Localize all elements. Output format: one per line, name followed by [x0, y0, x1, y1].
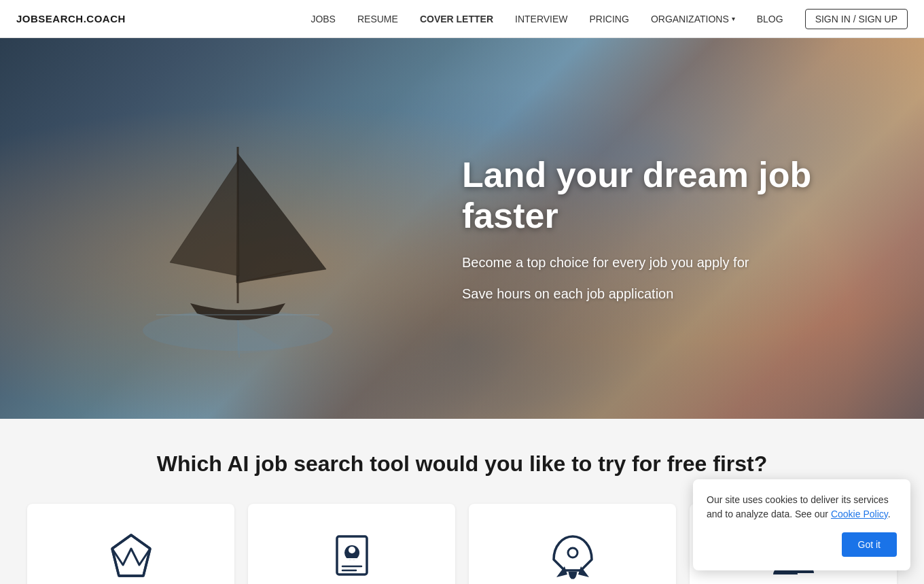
cookie-text: Our site uses cookies to deliver its ser…: [707, 493, 897, 521]
nav-signin[interactable]: SIGN IN / SIGN UP: [805, 9, 908, 29]
cookie-accept-button[interactable]: Got it: [842, 532, 897, 557]
nav-jobs[interactable]: JOBS: [310, 11, 336, 27]
nav-organizations[interactable]: ORGANIZATIONS ▾: [651, 11, 735, 27]
cookie-policy-link[interactable]: Cookie Policy: [831, 509, 888, 519]
tool-card-resume-review[interactable]: Resume review Tailor your resume to the …: [248, 504, 455, 584]
tools-heading: Which AI job search tool would you like …: [27, 451, 897, 477]
tool-card-job-matching[interactable]: Job matching Find your perfect job befor…: [27, 504, 234, 584]
brand-logo[interactable]: JOBSEARCH.COACH: [16, 13, 126, 24]
svg-marker-3: [170, 160, 239, 276]
nav-interview[interactable]: INTERVIEW: [515, 11, 568, 27]
svg-point-12: [349, 547, 355, 553]
nav-blog[interactable]: BLOG: [757, 11, 783, 27]
tool-card-cover-letter[interactable]: Cover letter Save time. Let AI write a p…: [469, 504, 676, 584]
resume-icon: [267, 531, 436, 584]
hero-subtitle: Become a top choice for every job you ap…: [462, 252, 870, 273]
sailboat-illustration: [136, 106, 340, 364]
svg-marker-2: [236, 154, 326, 283]
chevron-down-icon: ▾: [732, 15, 735, 22]
nav-cover-letter[interactable]: COVER LETTER: [420, 11, 493, 27]
navbar: JOBSEARCH.COACH JOBS RESUME COVER LETTER…: [0, 0, 924, 38]
diamond-icon: [46, 531, 215, 584]
cookie-banner: Our site uses cookies to deliver its ser…: [693, 479, 910, 570]
nav-links: JOBS RESUME COVER LETTER INTERVIEW PRICI…: [310, 9, 908, 29]
hero-title: Land your dream job faster: [462, 155, 870, 237]
nav-pricing[interactable]: PRICING: [590, 11, 629, 27]
rocket-icon: [488, 531, 657, 584]
svg-point-15: [568, 548, 578, 557]
hero-section: Land your dream job faster Become a top …: [0, 38, 924, 419]
hero-content: Land your dream job faster Become a top …: [462, 155, 870, 303]
nav-resume[interactable]: RESUME: [357, 11, 398, 27]
hero-text: Save hours on each job application: [462, 286, 870, 302]
